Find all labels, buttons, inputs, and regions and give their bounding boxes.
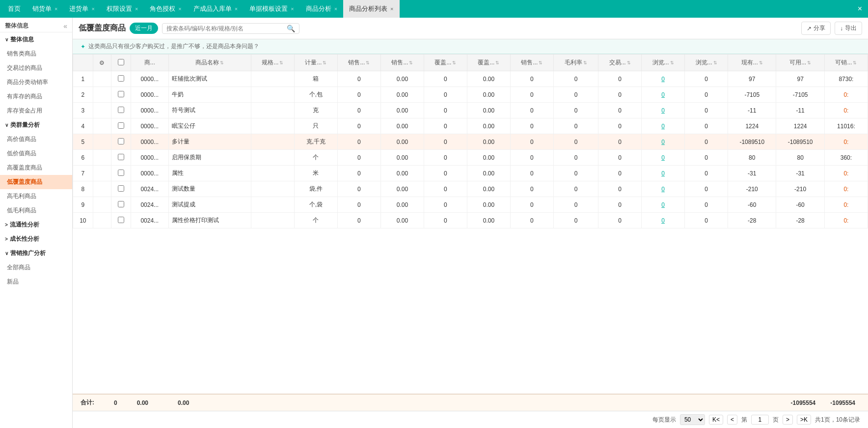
select-all-checkbox[interactable]	[118, 59, 124, 65]
sidebar-item-有库存的商品[interactable]: 有库存的商品	[0, 89, 72, 104]
nav-tab-角色授权[interactable]: 角色授权×	[144, 0, 187, 18]
cell-checkbox[interactable]	[111, 134, 131, 150]
page-input[interactable]	[751, 415, 769, 425]
cell-settings[interactable]	[93, 166, 111, 181]
cell-checkbox[interactable]	[111, 118, 131, 134]
cell-checkbox[interactable]	[111, 103, 131, 118]
cell-browse1[interactable]: 0	[642, 150, 685, 166]
col-header-browse2[interactable]: 浏览...⇅	[685, 55, 728, 71]
sidebar-item-交易过的商品[interactable]: 交易过的商品	[0, 61, 72, 75]
cell-browse1[interactable]: 0	[642, 213, 685, 228]
nav-tab-close[interactable]: ×	[91, 6, 94, 12]
cell-checkbox[interactable]	[111, 197, 131, 213]
nav-tab-close[interactable]: ×	[291, 6, 294, 12]
sidebar-item-低价值商品[interactable]: 低价值商品	[0, 146, 72, 161]
col-header-sales_amount[interactable]: 销售...⇅	[380, 55, 424, 71]
next-page-button[interactable]: >	[783, 415, 793, 425]
sidebar-item-全部商品[interactable]: 全部商品	[0, 260, 72, 275]
sidebar-item-商品分类动销率[interactable]: 商品分类动销率	[0, 75, 72, 89]
col-header-available[interactable]: 可用...⇅	[776, 55, 824, 71]
sidebar-collapse-button[interactable]: «	[63, 22, 67, 30]
cell-checkbox[interactable]	[111, 213, 131, 228]
cell-browse1[interactable]: 0	[642, 103, 685, 118]
col-header-unit[interactable]: 计量...⇅	[294, 55, 337, 71]
col-header-cover1[interactable]: 覆盖...⇅	[424, 55, 467, 71]
row-checkbox[interactable]	[118, 217, 124, 223]
sidebar-item-高毛利商品[interactable]: 高毛利商品	[0, 189, 72, 203]
cell-browse1[interactable]: 0	[642, 134, 685, 150]
nav-tab-close[interactable]: ×	[235, 6, 238, 12]
window-close-button[interactable]: ×	[854, 4, 866, 13]
nav-tab-首页[interactable]: 首页	[2, 0, 27, 18]
cell-checkbox[interactable]	[111, 87, 131, 103]
export-button[interactable]: ↓ 导出	[835, 22, 862, 35]
search-input[interactable]	[166, 25, 287, 32]
col-header-sales_count[interactable]: 销售...⇅	[337, 55, 380, 71]
col-header-trade[interactable]: 交易...⇅	[598, 55, 642, 71]
row-checkbox[interactable]	[118, 170, 124, 176]
per-page-select[interactable]: 102050100	[680, 414, 705, 425]
sidebar-item-销售类商品[interactable]: 销售类商品	[0, 47, 72, 61]
nav-tab-close[interactable]: ×	[54, 6, 57, 12]
cell-browse1[interactable]: 0	[642, 71, 685, 87]
cell-checkbox[interactable]	[111, 181, 131, 197]
sidebar-item-库存资金占用[interactable]: 库存资金占用	[0, 104, 72, 118]
sidebar-item-低覆盖度商品[interactable]: 低覆盖度商品	[0, 175, 72, 189]
row-checkbox[interactable]	[118, 107, 124, 113]
cell-settings[interactable]	[93, 103, 111, 118]
sidebar-group-label-营销推广分析[interactable]: ∨营销推广分析	[0, 246, 72, 260]
cell-settings[interactable]	[93, 213, 111, 228]
cell-checkbox[interactable]	[111, 150, 131, 166]
cell-browse1[interactable]: 0	[642, 197, 685, 213]
cell-browse1[interactable]: 0	[642, 118, 685, 134]
cell-settings[interactable]	[93, 71, 111, 87]
nav-tab-close[interactable]: ×	[390, 6, 393, 12]
col-header-browse1[interactable]: 浏览...⇅	[642, 55, 685, 71]
col-header-cover2[interactable]: 覆盖...⇅	[467, 55, 510, 71]
nav-tab-进货单[interactable]: 进货单×	[63, 0, 100, 18]
nav-tab-close[interactable]: ×	[334, 6, 337, 12]
nav-tab-单据模板设置[interactable]: 单据模板设置×	[244, 0, 299, 18]
sidebar-item-高覆盖度商品[interactable]: 高覆盖度商品	[0, 161, 72, 175]
nav-tab-销货单[interactable]: 销货单×	[27, 0, 63, 18]
col-header-saleable[interactable]: 可销...⇅	[824, 55, 868, 71]
cell-settings[interactable]	[93, 87, 111, 103]
nav-tab-商品分析[interactable]: 商品分析×	[300, 0, 343, 18]
cell-settings[interactable]	[93, 181, 111, 197]
prev-page-button[interactable]: <	[727, 415, 737, 425]
col-header-sales3[interactable]: 销售...⇅	[510, 55, 553, 71]
cell-browse1[interactable]: 0	[642, 181, 685, 197]
cell-settings[interactable]	[93, 134, 111, 150]
row-checkbox[interactable]	[118, 138, 124, 144]
sidebar-item-新品[interactable]: 新品	[0, 275, 72, 289]
row-checkbox[interactable]	[118, 91, 124, 97]
first-page-button[interactable]: K<	[709, 415, 723, 425]
row-checkbox[interactable]	[118, 154, 124, 160]
row-checkbox[interactable]	[118, 122, 124, 129]
cell-settings[interactable]	[93, 197, 111, 213]
sidebar-group-label-流通性分析[interactable]: >流通性分析	[0, 218, 72, 232]
cell-checkbox[interactable]	[111, 71, 131, 87]
col-header-gross_margin[interactable]: 毛利率⇅	[553, 55, 598, 71]
sidebar-group-label-成长性分析[interactable]: >成长性分析	[0, 232, 72, 246]
sidebar-group-label-整体信息[interactable]: ∨整体信息	[0, 32, 72, 47]
cell-settings[interactable]	[93, 118, 111, 134]
cell-browse1[interactable]: 0	[642, 87, 685, 103]
sidebar-item-低毛利商品[interactable]: 低毛利商品	[0, 203, 72, 218]
col-header-name[interactable]: 商品名称⇅	[168, 55, 251, 71]
nav-tab-产成品入库单[interactable]: 产成品入库单×	[188, 0, 244, 18]
nav-tab-close[interactable]: ×	[135, 6, 138, 12]
cell-checkbox[interactable]	[111, 166, 131, 181]
nav-tab-权限设置[interactable]: 权限设置×	[101, 0, 144, 18]
cell-settings[interactable]	[93, 150, 111, 166]
row-checkbox[interactable]	[118, 201, 124, 207]
col-header-code[interactable]: 商...	[131, 55, 168, 71]
share-button[interactable]: ↗ 分享	[801, 22, 831, 35]
last-page-button[interactable]: >K	[797, 415, 811, 425]
sidebar-group-label-类群量分析[interactable]: ∨类群量分析	[0, 118, 72, 132]
row-checkbox[interactable]	[118, 185, 124, 192]
col-header-current_stock[interactable]: 现有...⇅	[728, 55, 776, 71]
sidebar-item-高价值商品[interactable]: 高价值商品	[0, 132, 72, 146]
cell-browse1[interactable]: 0	[642, 166, 685, 181]
period-button[interactable]: 近一月	[130, 23, 158, 34]
